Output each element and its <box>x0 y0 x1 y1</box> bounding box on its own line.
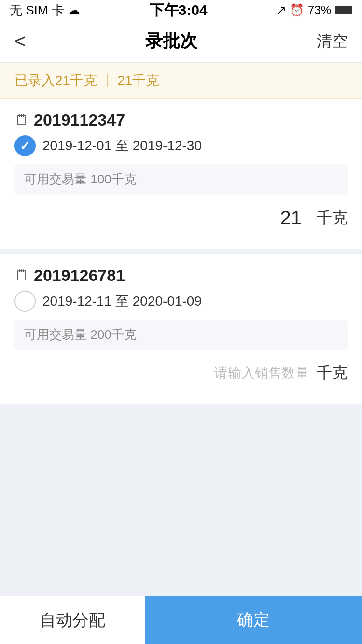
auto-distribute-button[interactable]: 自动分配 <box>0 596 145 644</box>
battery-bar <box>335 6 352 14</box>
batch-card-2: 🗒 2019126781 2019-12-11 至 2020-01-09 可用交… <box>0 254 362 404</box>
battery-icon: ↗ ⏰ <box>277 3 304 17</box>
recorded-amount: 已录入21千克 <box>14 71 97 90</box>
clear-button[interactable]: 清空 <box>317 31 348 52</box>
status-bar: 无 SIM 卡 ☁ 下午3:04 ↗ ⏰ 73% <box>0 0 362 20</box>
radio-checked-1[interactable] <box>14 135 36 156</box>
batch-date-row-1[interactable]: 2019-12-01 至 2019-12-30 <box>14 135 348 156</box>
batch-id-2: 2019126781 <box>34 266 125 285</box>
batch-header-1: 🗒 2019112347 <box>14 111 348 129</box>
batch-date-2: 2019-12-11 至 2020-01-09 <box>42 292 202 310</box>
info-banner: 已录入21千克 21千克 <box>0 63 362 99</box>
bottom-bar: 自动分配 确定 <box>0 596 362 644</box>
banner-divider <box>107 74 108 87</box>
total-amount: 21千克 <box>117 71 159 90</box>
back-button[interactable]: < <box>14 30 26 52</box>
batch-header-2: 🗒 2019126781 <box>14 266 348 285</box>
battery-level: 73% <box>308 3 331 17</box>
quantity-placeholder-2: 请输入销售数量 <box>14 364 309 382</box>
radio-unchecked-2[interactable] <box>14 291 36 312</box>
unit-label-2: 千克 <box>317 363 348 384</box>
batch-card-1: 🗒 2019112347 2019-12-01 至 2019-12-30 可用交… <box>0 99 362 249</box>
empty-area <box>0 405 362 617</box>
card-separator <box>0 250 362 254</box>
available-qty-1: 可用交易量 100千克 <box>14 164 348 195</box>
page-title: 录批次 <box>145 29 197 53</box>
status-left: 无 SIM 卡 ☁ <box>10 2 80 19</box>
status-time: 下午3:04 <box>150 0 208 20</box>
unit-label-1: 千克 <box>317 208 348 229</box>
batch-date-row-2[interactable]: 2019-12-11 至 2020-01-09 <box>14 291 348 312</box>
status-right: ↗ ⏰ 73% <box>277 3 352 17</box>
batch-doc-icon-1: 🗒 <box>14 112 29 128</box>
sim-status: 无 SIM 卡 ☁ <box>10 2 80 19</box>
batch-doc-icon-2: 🗒 <box>14 267 29 284</box>
quantity-row-1: 千克 <box>14 202 348 237</box>
nav-bar: < 录批次 清空 <box>0 20 362 63</box>
confirm-button[interactable]: 确定 <box>145 596 362 644</box>
quantity-input-1[interactable] <box>251 207 309 229</box>
quantity-row-2: 请输入销售数量 千克 <box>14 358 348 392</box>
batch-date-1: 2019-12-01 至 2019-12-30 <box>42 137 202 155</box>
available-qty-2: 可用交易量 200千克 <box>14 320 348 350</box>
batch-id-1: 2019112347 <box>34 111 125 129</box>
